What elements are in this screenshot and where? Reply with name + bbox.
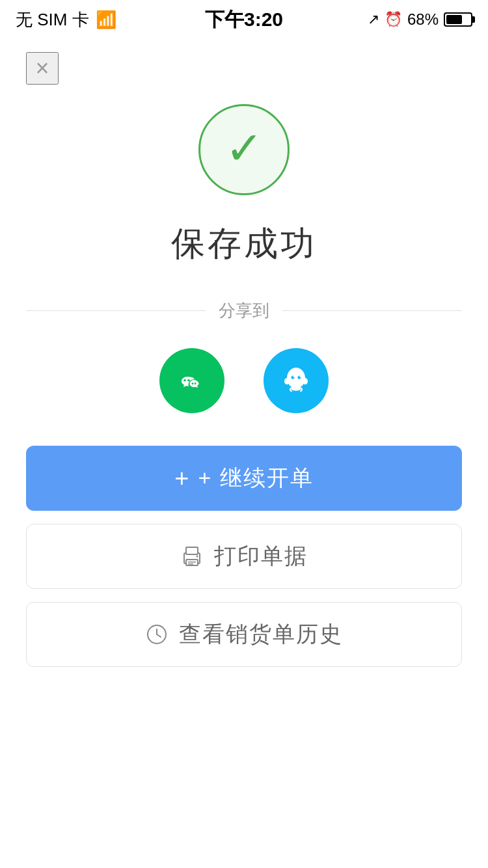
printer-icon — [180, 545, 204, 568]
location-icon: ↗ — [368, 11, 379, 28]
qq-share-button[interactable] — [264, 348, 329, 413]
share-label: 分享到 — [219, 299, 269, 322]
battery-fill — [446, 15, 462, 24]
battery-icon — [444, 12, 472, 27]
checkmark-icon: ✓ — [225, 126, 264, 171]
svg-point-20 — [197, 556, 198, 558]
svg-rect-19 — [188, 563, 193, 565]
svg-point-9 — [300, 376, 301, 377]
main-content: × ✓ 保存成功 分享到 — [0, 39, 488, 868]
clock-icon — [145, 623, 169, 646]
svg-point-8 — [293, 376, 295, 377]
wechat-icon — [174, 362, 210, 399]
wifi-icon: 📶 — [96, 10, 116, 30]
qq-icon — [278, 362, 314, 399]
svg-point-1 — [183, 379, 186, 382]
share-section: 分享到 — [26, 299, 462, 413]
status-bar: 无 SIM 卡 📶 下午3:20 ↗ ⏰ 68% — [0, 0, 488, 39]
close-button[interactable]: × — [26, 52, 59, 85]
success-title: 保存成功 — [171, 221, 317, 267]
status-time: 下午3:20 — [205, 7, 283, 33]
history-button[interactable]: 查看销货单历史 — [26, 602, 462, 667]
svg-rect-18 — [188, 562, 196, 563]
svg-point-3 — [192, 383, 194, 385]
svg-point-2 — [187, 379, 190, 382]
continue-button[interactable]: + + 继续开单 — [26, 446, 462, 511]
print-label: 打印单据 — [214, 541, 308, 571]
status-left: 无 SIM 卡 📶 — [16, 8, 116, 31]
share-icons-row — [159, 348, 329, 413]
svg-point-13 — [284, 378, 290, 385]
divider-left — [26, 310, 206, 311]
alarm-icon: ⏰ — [385, 11, 402, 28]
plus-icon: + — [174, 465, 190, 493]
svg-point-14 — [303, 378, 308, 385]
svg-rect-16 — [186, 547, 198, 554]
divider-row: 分享到 — [26, 299, 462, 322]
status-right: ↗ ⏰ 68% — [368, 10, 472, 29]
svg-line-23 — [157, 634, 161, 637]
print-button[interactable]: 打印单据 — [26, 524, 462, 589]
history-label: 查看销货单历史 — [179, 619, 343, 649]
svg-rect-12 — [293, 387, 299, 389]
battery-percent: 68% — [407, 10, 439, 29]
divider-right — [282, 310, 462, 311]
wechat-share-button[interactable] — [159, 348, 224, 413]
svg-point-5 — [287, 368, 305, 388]
action-buttons: + + 继续开单 打印单据 查看销货单历史 — [26, 446, 462, 667]
close-icon: × — [35, 57, 49, 80]
continue-label: + 继续开单 — [198, 463, 313, 493]
svg-point-4 — [195, 383, 197, 385]
no-sim-label: 无 SIM 卡 — [16, 8, 89, 31]
success-icon-circle: ✓ — [198, 104, 290, 195]
